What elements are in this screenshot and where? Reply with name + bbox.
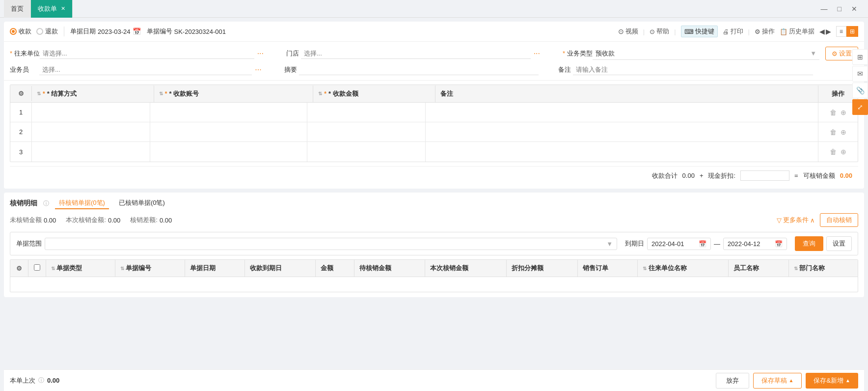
th-doc-date: 单据日期 — [185, 260, 244, 277]
th-counterpart-name: ⇅ 往来单位名称 — [638, 260, 729, 277]
close-btn[interactable]: ✕ — [848, 4, 860, 14]
sidebar-mail-icon[interactable]: ✉ — [852, 66, 868, 82]
row1-delete-icon[interactable]: 🗑 — [830, 109, 837, 116]
row1-copy-icon[interactable]: ⊕ — [841, 109, 846, 116]
counterpart-more-icon[interactable]: ··· — [254, 49, 267, 58]
date-separator: — — [714, 240, 720, 248]
range-label: 单据范围 — [16, 239, 42, 248]
radio-refund[interactable]: 退款 — [36, 27, 58, 36]
minimize-btn[interactable]: — — [818, 4, 831, 14]
history-btn[interactable]: 📋 历史单据 — [780, 27, 814, 36]
remark-label: 备注 — [558, 65, 573, 74]
range-select[interactable]: ▼ — [45, 238, 617, 250]
th-doc-type: ⇅ 单据类型 — [46, 260, 115, 277]
date-from[interactable]: 2022-04-01 📅 — [647, 238, 711, 250]
bottom-value: 0.00 — [47, 377, 59, 384]
row3-delete-icon[interactable]: 🗑 — [830, 148, 837, 156]
th-settings-icon[interactable]: ⚙ — [16, 265, 22, 272]
maximize-btn[interactable]: □ — [835, 4, 844, 14]
th-amount: ⇅ * * 收款金额 — [313, 85, 435, 102]
date-from-icon: 📅 — [699, 240, 706, 248]
select-all-checkbox[interactable] — [34, 264, 40, 271]
th-settings[interactable]: ⚙ — [10, 86, 32, 101]
verifiable-label: 可核销金额 — [803, 171, 835, 180]
store-label: 门店 — [286, 49, 301, 58]
row2-delete-icon[interactable]: 🗑 — [830, 128, 837, 136]
radio-receipt[interactable]: 收款 — [10, 27, 31, 36]
remark-input[interactable] — [573, 64, 813, 75]
counterpart-input[interactable] — [40, 48, 254, 59]
tab-receipt[interactable]: 收款单 ✕ — [31, 0, 73, 18]
th-sales-order: 销售订单 — [577, 260, 637, 277]
tab-home[interactable]: 首页 — [4, 0, 31, 18]
row2-copy-icon[interactable]: ⊕ — [841, 128, 846, 136]
grid-view-icon[interactable]: ⊞ — [846, 26, 858, 37]
th-pending: 待核销金额 — [354, 260, 425, 277]
video-btn[interactable]: ⊙ 视频 — [618, 27, 638, 36]
bottom-label: 本单上次 — [10, 376, 35, 385]
bottom-info-icon: ⓘ — [38, 376, 44, 385]
table-row: 2 🗑 ⊕ — [10, 122, 858, 142]
verify-title: 核销明细 — [10, 199, 37, 208]
th-dept-name: ⇅ 部门名称 — [788, 260, 858, 277]
th-payment-method: ⇅ * * 结算方式 — [32, 85, 154, 102]
sum-plus: + — [700, 172, 704, 179]
sum-value: 0.00 — [682, 172, 695, 179]
tab-done[interactable]: 已核销单据(0笔) — [115, 197, 169, 209]
save-new-btn[interactable]: 保存&新增 ▲ — [806, 373, 858, 389]
date-to[interactable]: 2022-04-12 📅 — [723, 238, 787, 250]
query-btn[interactable]: 查询 — [795, 236, 823, 251]
unchecked-label: 未核销金额 — [10, 216, 42, 224]
th-action: 操作 — [818, 85, 858, 102]
abandon-btn[interactable]: 放弃 — [716, 373, 749, 389]
list-view-icon[interactable]: ≡ — [836, 26, 846, 37]
nav-left-icon[interactable]: ◀ — [819, 28, 825, 35]
current-label: 本次核销金额: — [66, 216, 106, 224]
nav-right-icon[interactable]: ▶ — [826, 28, 831, 35]
table-row: 1 🗑 ⊕ — [10, 103, 858, 122]
staff-input[interactable] — [39, 64, 252, 75]
th-staff-name: 员工名称 — [729, 260, 788, 277]
diff-value: 0.00 — [160, 217, 172, 224]
store-more-icon[interactable]: ··· — [531, 49, 543, 58]
biz-type-dropdown-icon[interactable]: ▼ — [810, 50, 816, 57]
verify-info-icon: ⓘ — [43, 199, 49, 208]
date-label: 单据日期 — [70, 27, 96, 36]
verifiable-value: 0.00 — [840, 172, 852, 179]
tab-pending[interactable]: 待核销单据(0笔) — [55, 197, 109, 209]
save-new-arrow-icon: ▲ — [845, 378, 850, 383]
th-amount: 金额 — [316, 260, 354, 277]
sidebar-attach-icon[interactable]: 📎 — [852, 83, 868, 98]
date-filter-label: 到期日 — [625, 239, 644, 248]
th-remark: 备注 — [435, 85, 818, 102]
bill-no-value: SK-20230324-001 — [174, 28, 226, 35]
summary-label: 摘要 — [284, 65, 299, 74]
save-draft-arrow-icon: ▲ — [789, 378, 794, 383]
save-draft-btn[interactable]: 保存草稿 ▲ — [753, 373, 802, 389]
date-to-icon: 📅 — [775, 240, 783, 248]
table-row: 3 🗑 ⊕ — [10, 142, 858, 162]
current-value: 0.00 — [108, 217, 120, 224]
equals-sign: = — [794, 172, 798, 179]
range-dropdown-icon: ▼ — [606, 240, 613, 248]
auto-verify-btn[interactable]: 自动核销 — [820, 213, 858, 227]
biz-type-value: 预收款 — [596, 49, 810, 58]
date-value: 2023-03-24 — [98, 28, 131, 35]
print-btn[interactable]: 🖨 打印 — [723, 27, 743, 36]
filter-settings-btn[interactable]: 设置 — [826, 236, 852, 251]
row3-copy-icon[interactable]: ⊕ — [841, 148, 846, 156]
summary-input[interactable] — [299, 64, 539, 75]
operate-btn[interactable]: ⚙ 操作 — [755, 27, 775, 36]
discount-input[interactable] — [740, 170, 789, 181]
staff-more-icon[interactable]: ··· — [252, 65, 264, 74]
tab-close-icon[interactable]: ✕ — [61, 5, 65, 12]
shortcut-btn[interactable]: ⌨ 快捷键 — [681, 26, 718, 37]
sidebar-table-icon[interactable]: ⊞ — [852, 49, 868, 65]
bill-no-label: 单据编号 — [147, 27, 172, 36]
more-conditions-btn[interactable]: ▽ 更多条件 ∧ — [777, 216, 815, 224]
th-account: ⇅ * * 收款账号 — [154, 85, 314, 102]
help-btn[interactable]: ⊙ 帮助 — [650, 27, 669, 36]
store-input[interactable] — [301, 48, 531, 59]
date-picker-icon[interactable]: 📅 — [133, 28, 141, 35]
sidebar-expand-icon[interactable]: ⤢ — [852, 99, 868, 115]
